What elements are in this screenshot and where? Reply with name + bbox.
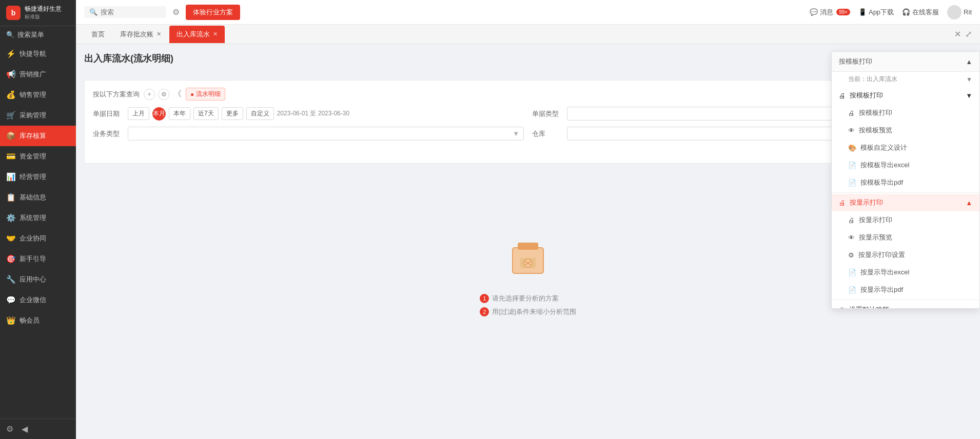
- nav-label-purchase: 采购管理: [19, 111, 46, 120]
- nav-icon-marketing: 📢: [6, 70, 15, 79]
- sidebar-item-inventory[interactable]: 📦库存核算: [0, 126, 76, 146]
- sidebar-item-sales[interactable]: 💰销售管理: [0, 85, 76, 105]
- dp-item-template-custom[interactable]: 🎨 模板自定义设计: [832, 139, 979, 156]
- dp-item-display-print[interactable]: 🖨 按显示打印: [832, 211, 979, 229]
- business-type-arrow-icon: ▼: [513, 130, 519, 137]
- message-label: 消息: [820, 8, 833, 17]
- dp-item-excel-icon: 📄: [848, 162, 856, 169]
- nav-icon-sales: 💰: [6, 90, 15, 99]
- sidebar-item-newbie[interactable]: 🎯新手引导: [0, 249, 76, 269]
- tab-expand-icon[interactable]: ⤢: [965, 29, 972, 39]
- dp-item-display-pdf[interactable]: 📄 按显示导出pdf: [832, 281, 979, 298]
- tab-close-all-icon[interactable]: ✕: [954, 29, 961, 39]
- dp-section-template[interactable]: 🖨 按模板打印 ▼: [832, 87, 979, 104]
- tab-home[interactable]: 首页: [84, 26, 112, 43]
- date-btn-more[interactable]: 更多: [222, 107, 243, 120]
- empty-tips: 1 请先选择要分析的方案 2 用[过滤]条件来缩小分析范围: [480, 294, 576, 321]
- sidebar-item-funds[interactable]: 💳资金管理: [0, 146, 76, 167]
- nav-label-marketing: 营销推广: [19, 70, 46, 79]
- add-query-btn[interactable]: +: [144, 89, 155, 100]
- settings-query-btn[interactable]: ⚙: [158, 89, 169, 100]
- dp-item-display-pdf-label: 按显示导出pdf: [860, 285, 903, 294]
- user-avatar[interactable]: Rit: [947, 5, 972, 19]
- app-logo: b 畅捷通好生意 标准版: [0, 0, 76, 26]
- sidebar-item-purchase[interactable]: 🛒采购管理: [0, 105, 76, 126]
- message-action[interactable]: 💬 消息 99+: [810, 8, 850, 17]
- gear-icon[interactable]: ⚙: [172, 7, 180, 17]
- settings-icon[interactable]: ⚙: [6, 424, 13, 434]
- nav-icon-quick-nav: ⚡: [6, 49, 15, 58]
- sidebar-item-wechat[interactable]: 💬企业微信: [0, 290, 76, 310]
- tab-batch-account-label: 库存批次账: [120, 30, 153, 39]
- nav-label-system: 系统管理: [19, 213, 46, 223]
- dp-item-template-print[interactable]: 🖨 按模板打印: [832, 104, 979, 122]
- dp-section-default[interactable]: ⚙ 设置默认功能 ▼: [832, 301, 979, 308]
- nav-icon-app-center: 🔧: [6, 275, 15, 284]
- dp-item-display-preview[interactable]: 👁 按显示预览: [832, 229, 979, 246]
- dp-template-print-icon: 🖨: [839, 92, 846, 99]
- date-btn-this-month[interactable]: 本月: [152, 107, 166, 121]
- sidebar-item-quick-nav[interactable]: ⚡快捷导航: [0, 44, 76, 64]
- empty-state-icon: [502, 232, 554, 284]
- search-icon: 🔍: [6, 31, 14, 38]
- collapse-sidebar-icon[interactable]: ◀: [22, 424, 28, 434]
- date-range-label: 2023-06-01 至 2023-06-30: [277, 109, 349, 118]
- tab-flow-close-icon[interactable]: ✕: [213, 31, 218, 37]
- sidebar-item-collab[interactable]: 🤝企业协同: [0, 228, 76, 249]
- nav-label-wechat: 企业微信: [19, 295, 46, 305]
- business-type-select[interactable]: ▼: [128, 127, 524, 141]
- dp-item-display-settings[interactable]: ⚙ 按显示打印设置: [832, 246, 979, 264]
- topbar-search-input[interactable]: [101, 8, 161, 16]
- sidebar-item-marketing[interactable]: 📢营销推广: [0, 64, 76, 85]
- sidebar-item-app-center[interactable]: 🔧应用中心: [0, 269, 76, 290]
- dp-item-template-excel-label: 按模板导出excel: [860, 161, 909, 170]
- nav-label-collab: 企业协同: [19, 234, 46, 243]
- doc-type-label: 单据类型: [532, 109, 563, 118]
- date-field-label: 单据日期: [93, 109, 124, 118]
- tab-batch-account[interactable]: 库存批次账 ✕: [113, 26, 168, 43]
- dp-item-display-print-label: 按显示打印: [859, 215, 892, 225]
- message-icon: 💬: [810, 8, 818, 16]
- online-service-action[interactable]: 🎧 在线客服: [902, 8, 939, 17]
- dp-default-section-label: 设置默认功能: [849, 305, 889, 308]
- dropdown-scroll: 按模板打印 ▲ 当前：出入库流水 ▼ 🖨 按模板打印 ▼ 🖨 按模板打印 👁 按…: [832, 52, 979, 308]
- sidebar-item-basic-info[interactable]: 📋基础信息: [0, 187, 76, 208]
- dp-item-template-preview-label: 按模板预览: [859, 126, 892, 135]
- trial-button[interactable]: 体验行业方案: [186, 5, 240, 20]
- nav-label-sales: 销售管理: [19, 90, 46, 99]
- topbar-search-box[interactable]: 🔍: [84, 6, 166, 18]
- user-name: Rit: [964, 8, 972, 16]
- dropdown-close-icon[interactable]: ▲: [966, 58, 972, 66]
- dp-item-display-excel[interactable]: 📄 按显示导出excel: [832, 264, 979, 281]
- sidebar-bottom: ⚙ ◀: [0, 418, 76, 439]
- nav-label-quick-nav: 快捷导航: [19, 49, 46, 58]
- date-btn-7days[interactable]: 近7天: [193, 107, 219, 120]
- sidebar-item-system[interactable]: ⚙️系统管理: [0, 208, 76, 228]
- online-service-label: 在线客服: [912, 8, 939, 17]
- dp-item-template-excel[interactable]: 📄 按模板导出excel: [832, 156, 979, 174]
- nav-label-inventory: 库存核算: [19, 131, 46, 141]
- tab-flow-label: 出入库流水: [177, 30, 210, 39]
- nav-label-newbie: 新手引导: [19, 254, 46, 264]
- sidebar-item-operations[interactable]: 📊经营管理: [0, 167, 76, 187]
- sidebar-item-membership[interactable]: 👑畅会员: [0, 310, 76, 331]
- nav-icon-collab: 🤝: [6, 234, 15, 243]
- dp-item-template-preview[interactable]: 👁 按模板预览: [832, 122, 979, 139]
- tab-batch-close-icon[interactable]: ✕: [156, 31, 161, 37]
- collapse-query-btn[interactable]: 《: [173, 89, 182, 99]
- dp-item-template-pdf[interactable]: 📄 按模板导出pdf: [832, 174, 979, 191]
- date-btn-custom[interactable]: 自定义: [246, 107, 274, 120]
- dp-section-display[interactable]: 🖨 按显示打印 ▲: [832, 194, 979, 211]
- filter-tag: ● 流水明细: [186, 88, 225, 101]
- page-title: 出入库流水(流水明细): [84, 52, 173, 65]
- nav-icon-basic-info: 📋: [6, 193, 15, 202]
- app-download-action[interactable]: 📱 App下载: [858, 8, 894, 17]
- date-btn-this-year[interactable]: 本年: [169, 107, 190, 120]
- dp-item-template-print-label: 按模板打印: [859, 108, 892, 117]
- date-btn-last-month[interactable]: 上月: [128, 107, 149, 120]
- tab-flow[interactable]: 出入库流水 ✕: [169, 26, 225, 43]
- nav-label-membership: 畅会员: [19, 316, 40, 325]
- app-version: 标准版: [25, 13, 62, 21]
- search-menu-item[interactable]: 🔍 搜索菜单: [0, 26, 76, 44]
- app-download-label: App下载: [869, 8, 894, 17]
